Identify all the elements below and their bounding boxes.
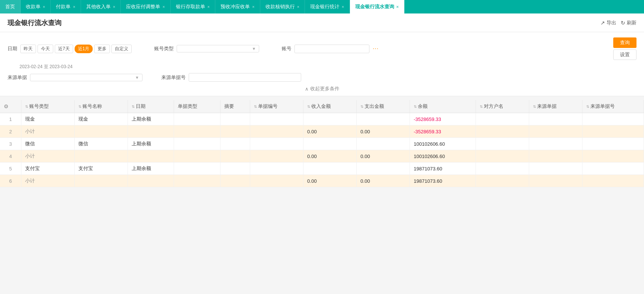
close-icon[interactable]: × [73, 4, 75, 9]
cell-source-doc-no [582, 113, 644, 125]
nav-ar-ap-adjust[interactable]: 应收应付调整单 × [121, 0, 170, 13]
col-balance[interactable]: ⇅余额 [410, 100, 476, 113]
cell-expense: 0.00 [357, 150, 410, 163]
cell-doc-type [174, 175, 220, 187]
col-income[interactable]: ⇅收入金额 [303, 100, 357, 113]
cell-row-num: 3 [0, 138, 21, 150]
source-doc-no-label: 来源单据号 [161, 74, 186, 81]
cell-balance: 100102606.60 [410, 138, 476, 150]
col-account-type[interactable]: ⇅账号类型 [21, 100, 75, 113]
table-row: 5 支付宝 支付宝 上期余额 19871073.60 [0, 163, 644, 175]
date-yesterday[interactable]: 昨天 [20, 45, 36, 53]
col-doc-type[interactable]: 单据类型 [174, 100, 220, 113]
account-input[interactable] [294, 45, 369, 53]
close-icon[interactable]: × [297, 4, 299, 9]
page-header: 现金银行流水查询 ↗ 导出 ↻ 刷新 [0, 13, 644, 32]
source-doc-select[interactable]: ▼ [30, 74, 143, 81]
cell-balance: 100102606.60 [410, 150, 476, 163]
cell-summary [220, 138, 250, 150]
collapse-bar[interactable]: ∧ 收起更多条件 [8, 85, 636, 92]
nav-prepay[interactable]: 预收冲应收单 × [215, 0, 260, 13]
col-gear[interactable]: ⚙ [0, 100, 21, 113]
cell-summary [220, 175, 250, 187]
cell-balance: -3528659.33 [410, 125, 476, 138]
nav-verify[interactable]: 收款核销执行 × [260, 0, 305, 13]
cell-date: 上期余额 [128, 163, 174, 175]
settings-button[interactable]: 设置 [613, 49, 636, 60]
cell-account-name: 支付宝 [75, 163, 128, 175]
table-container: ⚙ ⇅账号类型 ⇅账号名称 ⇅日期 单据类型 摘要 ⇅单据编号 ⇅收入金额 ⇅支… [0, 100, 644, 187]
close-icon[interactable]: × [43, 4, 45, 9]
cell-source-doc [529, 163, 582, 175]
date-1month[interactable]: 近1月 [75, 45, 93, 53]
date-7days[interactable]: 近7天 [55, 45, 73, 53]
cell-row-num: 1 [0, 113, 21, 125]
nav-receipt[interactable]: 收款单 × [21, 0, 51, 13]
nav-cash-stats[interactable]: 现金银行统计 × [305, 0, 350, 13]
close-icon[interactable]: × [207, 4, 210, 9]
close-icon[interactable]: × [113, 4, 115, 9]
export-icon: ↗ [600, 20, 605, 26]
cell-counterparty [476, 138, 529, 150]
col-source-doc-no[interactable]: ⇅来源单据号 [582, 100, 644, 113]
nav-cash-flow[interactable]: 现金银行流水查询 × [350, 0, 404, 13]
cell-account-type: 现金 [21, 113, 75, 125]
cell-account-name [75, 150, 128, 163]
cell-counterparty [476, 125, 529, 138]
nav-bank-deposit[interactable]: 银行存取款单 × [171, 0, 215, 13]
col-counterparty[interactable]: ⇅对方户名 [476, 100, 529, 113]
cell-source-doc-no [582, 150, 644, 163]
nav-other-income[interactable]: 其他收入单 × [81, 0, 121, 13]
source-doc-no-input[interactable] [189, 73, 301, 82]
refresh-icon: ↻ [621, 20, 625, 26]
filter-row-1: 日期 昨天 今天 近7天 近1月 更多 自定义 账号类型 ▼ 账号 ··· [8, 37, 636, 60]
table-row: 3 微信 微信 上期余额 100102606.60 [0, 138, 644, 150]
cell-summary [220, 113, 250, 125]
col-doc-no[interactable]: ⇅单据编号 [250, 100, 303, 113]
cell-account-name: 微信 [75, 138, 128, 150]
cell-account-type: 微信 [21, 138, 75, 150]
source-doc-label: 来源单据 [8, 74, 27, 81]
col-summary[interactable]: 摘要 [220, 100, 250, 113]
close-icon[interactable]: × [252, 4, 254, 9]
dots-button[interactable]: ··· [372, 45, 378, 52]
close-icon[interactable]: × [162, 4, 165, 9]
date-custom[interactable]: 自定义 [111, 45, 132, 53]
cell-doc-type [174, 150, 220, 163]
cell-account-type: 小计 [21, 125, 75, 138]
date-filter-group: 日期 昨天 今天 近7天 近1月 更多 自定义 [8, 45, 132, 53]
cell-expense: 0.00 [357, 125, 410, 138]
col-date[interactable]: ⇅日期 [128, 100, 174, 113]
date-today[interactable]: 今天 [38, 45, 53, 53]
col-expense[interactable]: ⇅支出金额 [357, 100, 410, 113]
close-icon[interactable]: × [396, 4, 399, 9]
close-icon[interactable]: × [342, 4, 344, 9]
refresh-button[interactable]: ↻ 刷新 [621, 19, 636, 26]
cell-account-type: 小计 [21, 150, 75, 163]
cell-source-doc [529, 113, 582, 125]
cell-balance: 19871073.60 [410, 163, 476, 175]
nav-payment[interactable]: 付款单 × [51, 0, 81, 13]
cell-source-doc-no [582, 175, 644, 187]
cell-source-doc [529, 150, 582, 163]
cell-counterparty [476, 113, 529, 125]
date-more[interactable]: 更多 [94, 45, 110, 53]
gear-icon: ⚙ [4, 103, 9, 109]
query-button[interactable]: 查询 [613, 37, 636, 48]
nav-home[interactable]: 首页 [0, 0, 21, 13]
chevron-down-icon: ▼ [135, 75, 139, 80]
account-type-select[interactable]: ▼ [177, 45, 259, 52]
cell-balance: -3528659.33 [410, 113, 476, 125]
account-label: 账号 [282, 45, 291, 52]
cell-source-doc [529, 138, 582, 150]
export-button[interactable]: ↗ 导出 [600, 19, 616, 26]
cell-row-num: 5 [0, 163, 21, 175]
account-filter-group: 账号 ··· [282, 45, 378, 53]
cell-income: 0.00 [303, 150, 357, 163]
col-source-doc[interactable]: ⇅来源单据 [529, 100, 582, 113]
table-row: 6 小计 0.00 0.00 19871073.60 [0, 175, 644, 187]
source-doc-filter-group: 来源单据 ▼ [8, 74, 143, 81]
col-account-name[interactable]: ⇅账号名称 [75, 100, 128, 113]
collapse-icon: ∧ [305, 86, 309, 92]
filter-row-2: 来源单据 ▼ 来源单据号 [8, 73, 636, 82]
